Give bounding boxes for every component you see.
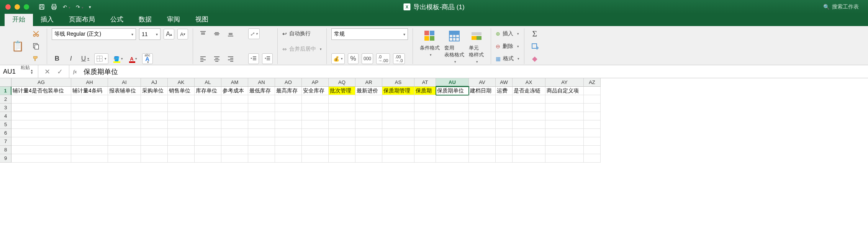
cell-AQ9[interactable] [329,154,355,163]
cell-AH6[interactable] [71,129,108,137]
cell-AK7[interactable] [168,137,195,146]
cell-AQ8[interactable] [329,146,355,154]
cell-AG7[interactable] [11,137,71,146]
cell-AW4[interactable] [496,112,513,120]
cell-AO9[interactable] [275,154,302,163]
row-header-3[interactable]: 3 [0,104,11,112]
cell-AH9[interactable] [71,154,108,163]
cell-AP7[interactable] [302,137,329,146]
cell-AN5[interactable] [248,120,275,129]
cell-AQ3[interactable] [329,104,355,112]
cell-AO7[interactable] [275,137,302,146]
column-header-AG[interactable]: AG [11,78,71,87]
cell-AZ1[interactable] [584,87,601,95]
cell-AM2[interactable] [221,95,248,104]
cell-AI2[interactable] [108,95,141,104]
confirm-formula-icon[interactable]: ✓ [57,67,63,76]
column-header-AO[interactable]: AO [275,78,302,87]
cell-AU6[interactable] [436,129,469,137]
window-close-button[interactable] [5,4,11,10]
cell-AL4[interactable] [195,112,221,120]
cell-AS2[interactable] [382,95,414,104]
column-header-AN[interactable]: AN [248,78,275,87]
cell-AS1[interactable]: 保质期管理 [382,87,414,95]
cell-AO4[interactable] [275,112,302,120]
insert-cells-button[interactable]: ⊕插入 [496,28,519,39]
phonetic-button[interactable]: abcA [142,53,153,64]
copy-button[interactable] [30,41,42,51]
cell-AP1[interactable]: 安全库存 [302,87,329,95]
row-header-4[interactable]: 4 [0,112,11,120]
column-header-AI[interactable]: AI [108,78,141,87]
cell-AV4[interactable] [469,112,496,120]
cell-AK4[interactable] [168,112,195,120]
cell-AT1[interactable]: 保质期 [414,87,436,95]
cell-AM8[interactable] [221,146,248,154]
row-header-6[interactable]: 6 [0,129,11,137]
currency-button[interactable]: 💰 [331,53,345,64]
cell-AJ2[interactable] [141,95,168,104]
cell-AR9[interactable] [355,154,382,163]
cell-AR3[interactable] [355,104,382,112]
cell-AU1[interactable]: 保质期单位 [436,87,469,95]
cell-AK3[interactable] [168,104,195,112]
cell-AK5[interactable] [168,120,195,129]
cell-AK2[interactable] [168,95,195,104]
align-left-button[interactable] [198,53,208,64]
column-header-AV[interactable]: AV [469,78,496,87]
cell-AY5[interactable] [545,120,584,129]
cell-AU5[interactable] [436,120,469,129]
cell-AK6[interactable] [168,129,195,137]
cell-AP6[interactable] [302,129,329,137]
cell-AL5[interactable] [195,120,221,129]
row-header-2[interactable]: 2 [0,95,11,104]
cell-AX4[interactable] [513,112,545,120]
cell-AX6[interactable] [513,129,545,137]
cell-AH2[interactable] [71,95,108,104]
cell-AU4[interactable] [436,112,469,120]
cell-AQ2[interactable] [329,95,355,104]
cell-AZ3[interactable] [584,104,601,112]
cell-AO1[interactable]: 最高库存 [275,87,302,95]
increase-indent-button[interactable] [262,53,273,64]
cell-AW1[interactable]: 运费 [496,87,513,95]
cell-AN3[interactable] [248,104,275,112]
cell-AJ6[interactable] [141,129,168,137]
cell-AZ8[interactable] [584,146,601,154]
cell-AI7[interactable] [108,137,141,146]
cell-AP4[interactable] [302,112,329,120]
merge-center-button[interactable]: ⇔ 合并后居中 [282,44,322,54]
cell-AH7[interactable] [71,137,108,146]
format-painter-button[interactable] [30,53,42,64]
borders-button[interactable] [94,53,108,64]
cell-AR8[interactable] [355,146,382,154]
tab-data[interactable]: 数据 [131,12,159,26]
cell-AZ2[interactable] [584,95,601,104]
cell-AN1[interactable]: 最低库存 [248,87,275,95]
format-cells-button[interactable]: ▦格式 [496,53,519,64]
cell-AI4[interactable] [108,112,141,120]
column-header-AJ[interactable]: AJ [141,78,168,87]
cell-AQ4[interactable] [329,112,355,120]
decrease-indent-button[interactable] [248,53,259,64]
increase-font-button[interactable]: A▴ [164,29,174,40]
cell-AP9[interactable] [302,154,329,163]
cell-AV5[interactable] [469,120,496,129]
delete-cells-button[interactable]: ⊖删除 [496,41,519,52]
cell-AM3[interactable] [221,104,248,112]
comma-button[interactable]: 000 [362,53,373,64]
column-header-AX[interactable]: AX [513,78,545,87]
cell-AL3[interactable] [195,104,221,112]
increase-decimal-button[interactable]: .0→.00 [376,53,390,64]
cell-AV2[interactable] [469,95,496,104]
window-maximize-button[interactable] [24,4,29,10]
cell-AS8[interactable] [382,146,414,154]
align-right-button[interactable] [225,53,236,64]
cell-AV1[interactable]: 建档日期 [469,87,496,95]
cell-AT8[interactable] [414,146,436,154]
cell-AX8[interactable] [513,146,545,154]
clear-button[interactable]: ◆ [529,53,540,64]
column-header-AZ[interactable]: AZ [584,78,601,87]
cell-AV7[interactable] [469,137,496,146]
cell-AS3[interactable] [382,104,414,112]
